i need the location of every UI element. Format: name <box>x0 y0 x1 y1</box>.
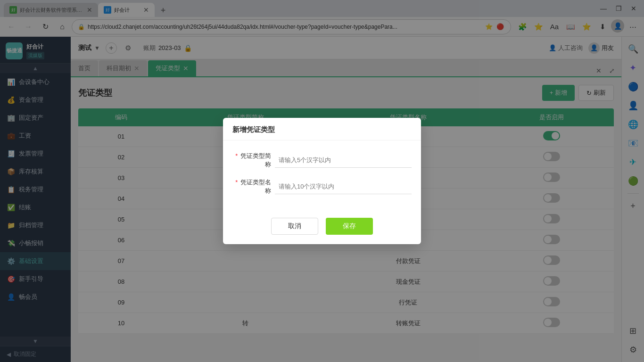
form-label-abbr-text: 凭证类型简称 <box>240 152 271 168</box>
add-voucher-modal: 新增凭证类型 * 凭证类型简称 * 凭证类型名称 取消 <box>223 118 421 244</box>
form-label-name: * 凭证类型名称 <box>232 178 275 195</box>
form-label-abbr: * 凭证类型简称 <box>232 152 275 169</box>
required-star-abbr: * <box>235 152 238 159</box>
modal-overlay: 新增凭证类型 * 凭证类型简称 * 凭证类型名称 取消 <box>0 0 644 362</box>
form-row-abbr: * 凭证类型简称 <box>232 152 412 169</box>
form-label-name-text: 凭证类型名称 <box>240 179 271 194</box>
save-btn-label: 保存 <box>343 222 356 230</box>
modal-footer: 取消 保存 <box>223 212 421 244</box>
modal-title: 新增凭证类型 <box>232 125 275 133</box>
modal-body: * 凭证类型简称 * 凭证类型名称 <box>223 140 421 212</box>
name-input[interactable] <box>275 179 412 194</box>
abbr-input[interactable] <box>275 153 412 168</box>
form-row-name: * 凭证类型名称 <box>232 178 412 195</box>
cancel-button[interactable]: 取消 <box>271 218 318 235</box>
modal-header: 新增凭证类型 <box>223 118 421 140</box>
save-button[interactable]: 保存 <box>326 218 373 235</box>
cancel-btn-label: 取消 <box>288 222 301 230</box>
required-star-name: * <box>235 179 238 186</box>
